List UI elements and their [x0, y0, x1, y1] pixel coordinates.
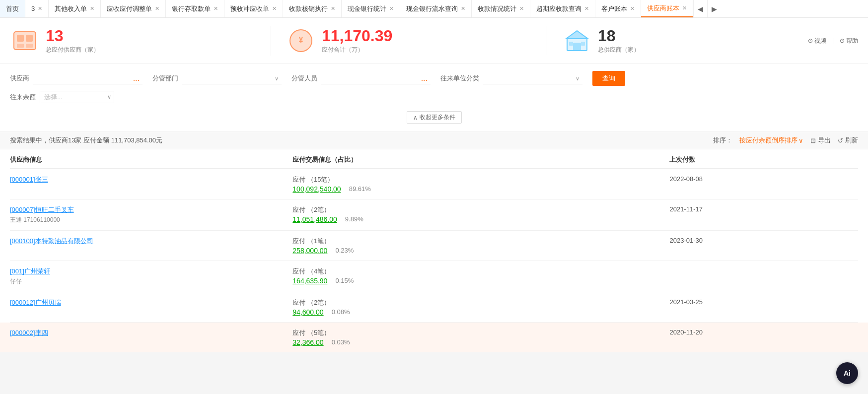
supplier-link-3[interactable]: [000100]本特勤油品有限公司: [10, 237, 292, 246]
nav-supplier-ledger[interactable]: 供应商账本 ✕: [641, 0, 693, 17]
nav-home[interactable]: 首页: [0, 0, 25, 17]
svg-rect-3: [17, 44, 24, 48]
supplier-table: 供应商信息 应付交易信息（占比） 上次付数 [000001]张三 应付 （15笔…: [0, 149, 868, 352]
trans-type-5: 应付 （2笔）: [292, 298, 669, 307]
close-ar-ap-adjust[interactable]: ✕: [155, 5, 159, 12]
trans-amount-2[interactable]: 11,051,486.00: [292, 215, 337, 223]
close-receipt-verify[interactable]: ✕: [331, 5, 335, 12]
close-tab3[interactable]: ✕: [38, 5, 42, 12]
category-label: 往来单位分类: [440, 74, 479, 83]
trans-type-2: 应付 （2笔）: [292, 205, 669, 214]
nav-tab3[interactable]: 3 ✕: [25, 0, 49, 17]
top-navigation: 首页 3 ✕ 其他收入单 ✕ 应收应付调整单 ✕ 银行存取款单 ✕ 预收冲应收单…: [0, 0, 868, 18]
trans-amount-5[interactable]: 94,600.00: [292, 308, 323, 316]
last-payment-2: 2021-11-17: [669, 205, 858, 213]
close-receipt-stat[interactable]: ✕: [519, 5, 524, 12]
close-customer-ledger[interactable]: ✕: [630, 5, 635, 12]
close-prepay-ar[interactable]: ✕: [272, 5, 277, 12]
supplier-link-6[interactable]: [000002]李四: [10, 328, 292, 337]
sort-label: 排序：: [713, 136, 732, 145]
close-cash-bank-stat[interactable]: ✕: [389, 5, 394, 12]
trans-pct-4: 0.15%: [335, 277, 354, 284]
last-payment-3: 2023-01-30: [669, 237, 858, 244]
sort-value[interactable]: 按应付余额倒序排序 ∨: [739, 136, 803, 145]
last-payment-5: 2021-03-25: [669, 298, 858, 306]
person-input-wrapper: ...: [321, 72, 431, 84]
nav-receipt-verify[interactable]: 收款核销执行 ✕: [283, 0, 342, 17]
category-select-wrapper: ∨: [483, 72, 582, 84]
close-other-income[interactable]: ✕: [90, 5, 94, 12]
supplier-field: 供应商 ...: [10, 72, 143, 84]
nav-customer-ledger[interactable]: 客户账本 ✕: [595, 0, 641, 17]
svg-rect-2: [26, 35, 33, 42]
nav-cash-bank-stat[interactable]: 现金银行统计 ✕: [342, 0, 400, 17]
collapse-label: 收起更多条件: [420, 113, 455, 122]
nav-arrow-right[interactable]: ▶: [707, 0, 721, 18]
nav-arrow-left[interactable]: ◀: [693, 0, 707, 18]
supplier-link-2[interactable]: [000007]恒旺二手叉车: [10, 205, 292, 214]
transaction-info-2: 应付 （2笔） 11,051,486.00 9.89%: [292, 205, 669, 223]
nav-bank-deposit[interactable]: 银行存取款单 ✕: [166, 0, 224, 17]
nav-cash-bank-flow[interactable]: 现金银行流水查询 ✕: [400, 0, 472, 17]
nav-receipt-stat[interactable]: 收款情况统计 ✕: [472, 0, 530, 17]
refresh-icon: ↺: [838, 137, 843, 144]
supplier-link-4[interactable]: [001]广州荣轩: [10, 267, 292, 276]
supplier-info-6: [000002]李四: [10, 328, 292, 337]
help-link[interactable]: ⊙ 帮助: [840, 37, 858, 45]
stat-info-all-suppliers: 18 总供应商（家）: [598, 27, 640, 54]
nav-other-income[interactable]: 其他收入单 ✕: [49, 0, 101, 17]
trans-amount-4[interactable]: 164,635.90: [292, 277, 327, 285]
svg-rect-4: [26, 44, 33, 48]
sort-chevron-icon: ∨: [798, 137, 803, 144]
supplier-dots[interactable]: ...: [133, 74, 140, 83]
trans-amount-1[interactable]: 100,092,540.00: [292, 185, 341, 193]
svg-rect-10: [569, 42, 573, 46]
export-button[interactable]: ⊡ 导出: [810, 136, 831, 145]
person-dots[interactable]: ...: [421, 74, 428, 83]
svg-rect-1: [17, 35, 24, 42]
collapse-row: ∧ 收起更多条件: [10, 108, 858, 127]
category-input[interactable]: [483, 72, 582, 84]
dept-input[interactable]: [182, 72, 282, 84]
table-header: 供应商信息 应付交易信息（占比） 上次付数: [10, 149, 858, 169]
nav-prepay-ar[interactable]: 预收冲应收单 ✕: [224, 0, 283, 17]
stat-num-suppliers: 13: [46, 27, 99, 45]
person-label: 分管人员: [291, 74, 317, 83]
stat-label-total: 应付合计（万）: [322, 46, 392, 54]
person-input[interactable]: [321, 72, 431, 84]
close-overdue-ar[interactable]: ✕: [584, 5, 589, 12]
stat-divider-1: [271, 26, 271, 56]
refresh-button[interactable]: ↺ 刷新: [838, 136, 858, 145]
video-link[interactable]: ⊙ 视频: [808, 37, 826, 45]
stats-bar: 13 总应付供应商（家） ¥ 11,170.39 应付合计（万）: [0, 18, 868, 64]
trans-row-1: 100,092,540.00 89.61%: [292, 184, 669, 193]
results-summary: 搜索结果中，供应商13家 应付金额 111,703,854.00元: [10, 136, 162, 145]
supplier-input[interactable]: [33, 72, 143, 84]
close-bank-deposit[interactable]: ✕: [214, 5, 218, 12]
trans-amount-3[interactable]: 258,000.00: [292, 247, 327, 255]
col-header-supplier: 供应商信息: [10, 155, 292, 164]
transaction-info-5: 应付 （2笔） 94,600.00 0.08%: [292, 298, 669, 316]
nav-ar-ap-adjust[interactable]: 应收应付调整单 ✕: [101, 0, 166, 17]
search-button[interactable]: 查询: [592, 71, 625, 86]
supplier-link-5[interactable]: [000012]广州贝瑞: [10, 298, 292, 307]
close-supplier-ledger[interactable]: ✕: [682, 5, 687, 11]
trans-row-5: 94,600.00 0.08%: [292, 307, 669, 316]
help-icon: ⊙: [840, 37, 845, 44]
svg-text:¥: ¥: [299, 36, 303, 44]
svg-rect-9: [573, 43, 581, 51]
collapse-button[interactable]: ∧ 收起更多条件: [407, 111, 462, 124]
table-row: [000100]本特勤油品有限公司 应付 （1笔） 258,000.00 0.2…: [10, 231, 858, 261]
nav-overdue-ar[interactable]: 超期应收款查询 ✕: [530, 0, 595, 17]
stat-icon-store: [562, 26, 592, 56]
balance-label: 往来余额: [10, 93, 36, 102]
trans-amount-6[interactable]: 32,366.00: [292, 338, 323, 346]
collapse-arrow-icon: ∧: [413, 114, 418, 121]
transaction-info-3: 应付 （1笔） 258,000.00 0.23%: [292, 237, 669, 255]
supplier-link-1[interactable]: [000001]张三: [10, 175, 292, 184]
video-icon: ⊙: [808, 37, 813, 44]
close-cash-bank-flow[interactable]: ✕: [461, 5, 465, 12]
help-links: ⊙ 视频 | ⊙ 帮助: [808, 37, 858, 45]
table-row: [000012]广州贝瑞 应付 （2笔） 94,600.00 0.08% 202…: [10, 292, 858, 323]
balance-select[interactable]: 选择...: [40, 91, 114, 103]
